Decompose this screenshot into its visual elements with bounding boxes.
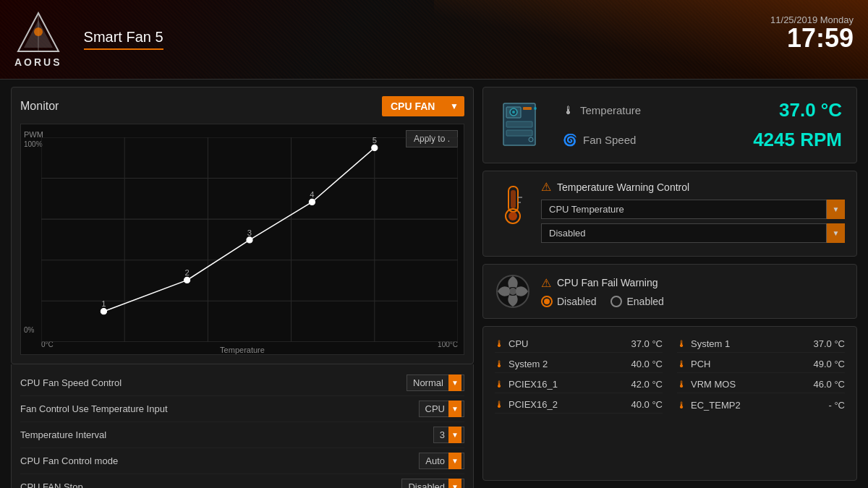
cpu-temp-arrow-icon: ▼ (448, 401, 461, 417)
svg-point-29 (512, 111, 515, 114)
svg-point-17 (184, 277, 190, 283)
temp-item-0: 🌡 CPU 37.0 °C (495, 335, 663, 353)
fan-fail-content: ⚠ CPU Fan Fail Warning Disabled Enabled (541, 276, 845, 307)
monitor-header: Monitor CPU FAN SYS FAN 1 SYS FAN 2 ▼ (20, 96, 464, 116)
temp-flame-icon-7: 🌡 (677, 400, 686, 411)
control-row-4: CPU FAN Stop Disabled ▼ (20, 474, 464, 488)
sys-stats-card: 🌡 Temperature 37.0 °C 🌀 Fan Speed 4245 R… (482, 87, 857, 163)
svg-point-20 (372, 145, 378, 150)
temp-item-6: 🌡 PCIEX16_2 40.0 °C (495, 396, 663, 414)
temp-name-6: 🌡 PCIEX16_2 (495, 399, 558, 410)
fanstop-arrow-icon: ▼ (448, 479, 461, 488)
svg-rect-30 (523, 107, 532, 110)
temp-val-6: 40.0 °C (631, 399, 663, 410)
svg-point-42 (509, 288, 516, 295)
temp-item-1: 🌡 System 1 37.0 °C (677, 335, 845, 353)
interval-dropdown-wrapper[interactable]: 3 ▼ (433, 427, 464, 443)
logo-text: AORUS (14, 56, 62, 68)
monitor-title: Monitor (20, 100, 59, 113)
normal-dropdown-arrow-icon: ▼ (448, 374, 461, 391)
svg-point-19 (309, 199, 315, 205)
fan-select-wrapper[interactable]: CPU FAN SYS FAN 1 SYS FAN 2 ▼ (382, 96, 464, 116)
chart-x-label: Temperature (220, 346, 265, 354)
temp-val-5: 46.0 °C (813, 379, 845, 390)
svg-text:1: 1 (101, 300, 106, 309)
temp-flame-icon-0: 🌡 (495, 338, 504, 349)
header: AORUS Smart Fan 5 11/25/2019 Monday 17:5… (0, 0, 868, 80)
svg-point-3 (34, 27, 43, 36)
sys-stats: 🌡 Temperature 37.0 °C 🌀 Fan Speed 4245 R… (563, 99, 842, 151)
temp-item-3: 🌡 PCH 49.0 °C (677, 356, 845, 373)
thermometer-warning-icon (497, 183, 529, 226)
fan-fail-icon (495, 273, 531, 309)
normal-dropdown-wrapper[interactable]: Normal ▼ (407, 374, 464, 391)
temp-val-2: 40.0 °C (631, 359, 663, 369)
svg-point-38 (509, 212, 517, 221)
left-panel: Monitor CPU FAN SYS FAN 1 SYS FAN 2 ▼ PW… (11, 87, 474, 481)
temp-flame-icon-5: 🌡 (677, 379, 686, 390)
svg-rect-31 (506, 121, 532, 127)
temp-val-4: 42.0 °C (631, 379, 663, 390)
control-row-1: Fan Control Use Temperature Input CPU ▼ (20, 396, 464, 422)
temp-flame-icon-4: 🌡 (495, 379, 504, 390)
control-row-3: CPU Fan Control mode Auto ▼ (20, 448, 464, 474)
fan-fail-disabled-radio[interactable]: Disabled (541, 296, 596, 307)
chart-y-label: PWM (24, 130, 43, 139)
fan-icon: 🌀 (563, 133, 577, 147)
right-panel: 🌡 Temperature 37.0 °C 🌀 Fan Speed 4245 R… (482, 87, 857, 481)
aorus-logo-icon (17, 12, 60, 55)
svg-text:3: 3 (247, 228, 252, 237)
datetime-time: 17:59 (770, 25, 854, 51)
cpu-temp-state-select[interactable]: Disabled Enabled (541, 223, 845, 243)
control-label-2: Temperature Interval (20, 429, 106, 440)
cpu-temp-source-select[interactable]: CPU Temperature System 1 System 2 (541, 200, 845, 219)
fan-speed-label: 🌀 Fan Speed (563, 133, 636, 147)
temp-item-4: 🌡 PCIEX16_1 42.0 °C (495, 376, 663, 393)
fan-speed-row: 🌀 Fan Speed 4245 RPM (563, 129, 842, 151)
temp-warning-icon-area (495, 183, 531, 226)
cpu-temp-source-row[interactable]: CPU Temperature System 1 System 2 ▼ (541, 200, 845, 219)
temp-item-5: 🌡 VRM MOS 46.0 °C (677, 376, 845, 393)
svg-rect-32 (506, 130, 532, 136)
mode-dropdown-wrapper[interactable]: Auto ▼ (419, 453, 464, 469)
temp-name-3: 🌡 PCH (677, 359, 710, 369)
svg-text:4: 4 (310, 190, 314, 199)
chart-area: PWM 100% 0% 0°C 100°C Temperature Apply … (20, 124, 464, 355)
temp-flame-icon-3: 🌡 (677, 359, 686, 369)
temp-readings-card: 🌡 CPU 37.0 °C 🌡 System 1 37.0 °C 🌡 Syste… (482, 326, 857, 481)
temp-val-3: 49.0 °C (813, 359, 845, 369)
cpu-temp-input-wrapper[interactable]: CPU ▼ (419, 401, 464, 417)
fan-fail-enabled-radio[interactable]: Enabled (610, 296, 663, 307)
temp-readings-grid: 🌡 CPU 37.0 °C 🌡 System 1 37.0 °C 🌡 Syste… (495, 335, 845, 414)
temp-val-1: 37.0 °C (813, 338, 845, 349)
temp-name-7: 🌡 EC_TEMP2 (677, 400, 741, 411)
fanstop-dropdown-wrapper[interactable]: Disabled ▼ (401, 479, 464, 488)
temp-val-7: - °C (828, 400, 845, 411)
temp-warning-title: ⚠ Temperature Warning Control (541, 180, 845, 194)
warning-triangle-icon: ⚠ (541, 180, 551, 194)
temperature-value: 37.0 °C (779, 99, 842, 121)
temp-name-1: 🌡 System 1 (677, 338, 730, 349)
fan-fail-radio-group: Disabled Enabled (541, 296, 845, 307)
main-content: Monitor CPU FAN SYS FAN 1 SYS FAN 2 ▼ PW… (0, 80, 868, 488)
fan-fail-card: ⚠ CPU Fan Fail Warning Disabled Enabled (482, 264, 857, 319)
fan-select-dropdown[interactable]: CPU FAN SYS FAN 1 SYS FAN 2 (382, 96, 464, 116)
disabled-radio-dot (541, 296, 553, 307)
temp-warning-card: ⚠ Temperature Warning Control CPU Temper… (482, 171, 857, 257)
control-row-0: CPU Fan Speed Control Normal ▼ (20, 370, 464, 396)
fan-fail-triangle-icon: ⚠ (541, 276, 551, 290)
svg-text:5: 5 (373, 137, 377, 145)
control-label-1: Fan Control Use Temperature Input (20, 403, 168, 414)
logo-area: AORUS (14, 12, 62, 68)
fan-speed-value: 4245 RPM (753, 129, 842, 151)
temperature-row: 🌡 Temperature 37.0 °C (563, 99, 842, 121)
control-label-3: CPU Fan Control mode (20, 455, 118, 466)
datetime: 11/25/2019 Monday 17:59 (770, 14, 854, 51)
app-title: Smart Fan 5 (84, 29, 163, 50)
thermometer-icon: 🌡 (563, 104, 574, 117)
temperature-label: 🌡 Temperature (563, 104, 641, 117)
svg-point-18 (247, 237, 252, 243)
interval-arrow-icon: ▼ (448, 427, 461, 443)
cpu-temp-state-row[interactable]: Disabled Enabled ▼ (541, 223, 845, 243)
svg-point-16 (101, 309, 106, 314)
